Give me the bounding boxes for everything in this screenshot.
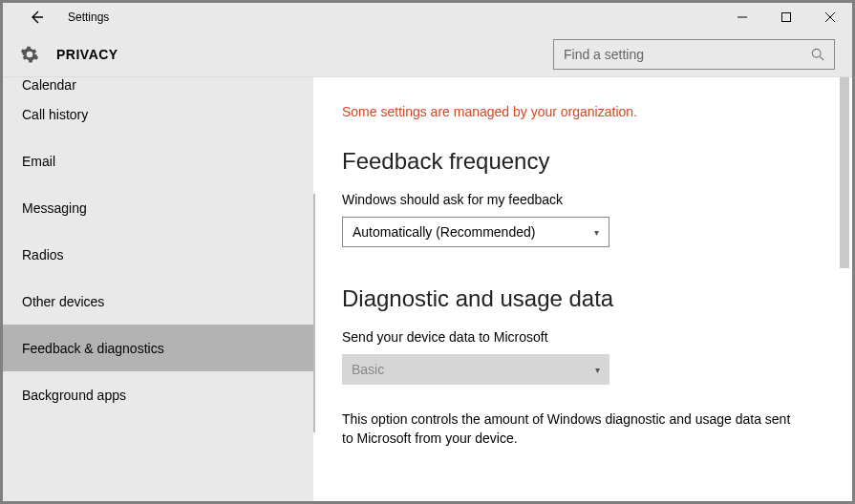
sidebar-item-call-history[interactable]: Call history [3, 91, 313, 137]
content-pane: Some settings are managed by your organi… [313, 77, 852, 504]
dropdown-value: Automatically (Recommended) [353, 224, 535, 240]
back-button[interactable] [22, 3, 51, 32]
titlebar: Settings [3, 3, 852, 32]
diagnostic-data-dropdown: Basic ▾ [342, 354, 609, 385]
close-icon [825, 12, 835, 22]
sidebar-item-other-devices[interactable]: Other devices [3, 278, 313, 325]
sidebar-item-label: Messaging [22, 200, 87, 216]
sidebar-item-calendar[interactable]: Calendar [3, 77, 313, 91]
scrollbar-thumb[interactable] [840, 77, 849, 268]
sidebar-item-background-apps[interactable]: Background apps [3, 371, 313, 418]
header: PRIVACY [3, 32, 852, 77]
feedback-frequency-label: Windows should ask for my feedback [342, 192, 823, 207]
chevron-down-icon: ▾ [594, 227, 599, 238]
sidebar-item-label: Other devices [22, 294, 104, 309]
sidebar-item-messaging[interactable]: Messaging [3, 184, 313, 231]
diagnostic-data-description: This option controls the amount of Windo… [342, 410, 801, 449]
minimize-icon [737, 12, 747, 22]
svg-line-3 [820, 56, 823, 60]
sidebar-item-label: Call history [22, 107, 88, 122]
sidebar-item-email[interactable]: Email [3, 137, 313, 184]
svg-point-2 [812, 49, 821, 57]
feedback-frequency-heading: Feedback frequency [342, 148, 823, 175]
sidebar-item-label: Feedback & diagnostics [22, 341, 164, 356]
divider [313, 194, 315, 432]
dropdown-value: Basic [352, 362, 384, 377]
window-controls [720, 3, 852, 32]
window-title: Settings [68, 10, 109, 24]
sidebar-item-label: Calendar [22, 77, 76, 91]
search-input[interactable] [564, 47, 811, 62]
diagnostic-data-label: Send your device data to Microsoft [342, 329, 823, 345]
diagnostic-data-heading: Diagnostic and usage data [342, 285, 823, 312]
sidebar-item-label: Email [22, 154, 55, 169]
back-arrow-icon [29, 10, 44, 25]
page-title: PRIVACY [56, 47, 118, 62]
sidebar-item-label: Background apps [22, 388, 126, 403]
sidebar: Calendar Call history Email Messaging Ra… [3, 77, 313, 504]
search-icon [811, 48, 824, 61]
sidebar-item-feedback-diagnostics[interactable]: Feedback & diagnostics [3, 325, 313, 371]
gear-icon [20, 45, 39, 64]
minimize-button[interactable] [720, 3, 764, 32]
body: Calendar Call history Email Messaging Ra… [3, 77, 852, 504]
maximize-button[interactable] [764, 3, 808, 32]
sidebar-item-label: Radios [22, 247, 64, 262]
feedback-frequency-dropdown[interactable]: Automatically (Recommended) ▾ [342, 217, 609, 247]
close-button[interactable] [808, 3, 852, 32]
org-managed-message: Some settings are managed by your organi… [342, 104, 823, 119]
maximize-icon [781, 12, 791, 22]
sidebar-item-radios[interactable]: Radios [3, 231, 313, 278]
header-left: PRIVACY [20, 45, 118, 64]
svg-rect-1 [782, 13, 791, 22]
chevron-down-icon: ▾ [595, 365, 600, 375]
search-box[interactable] [553, 39, 835, 70]
